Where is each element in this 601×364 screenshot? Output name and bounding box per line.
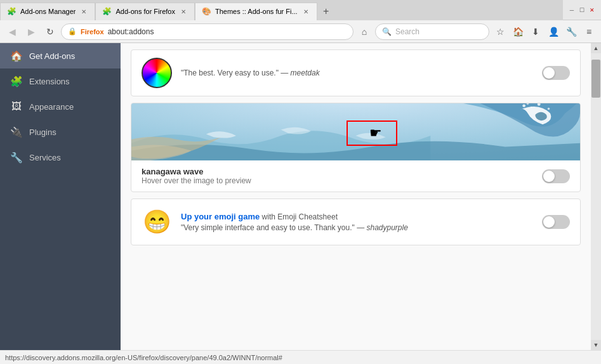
sidebar-item-plugins[interactable]: 🔌 Plugins [0, 119, 121, 145]
firefox-label: Firefox [81, 28, 104, 36]
tab-close-addons[interactable]: ✕ [79, 7, 88, 16]
emoji-toggle[interactable] [542, 215, 570, 229]
emoji-name: Up your emoji game with Emoji Cheatsheet [181, 212, 533, 221]
emoji-author: — shadypurple [357, 223, 408, 232]
sidebar-label-extensions: Extensions [29, 77, 70, 86]
sidebar-item-extensions[interactable]: 🧩 Extensions [0, 68, 121, 94]
window-controls: ─ ☐ ✕ [563, 6, 601, 14]
extensions-icon: 🧩 [10, 75, 23, 88]
colorwheel-quote: "The best. Very easy to use." [181, 68, 279, 77]
svg-point-1 [522, 104, 525, 107]
content-inner: "The best. Very easy to use." — meetdak [121, 43, 591, 258]
theme-info-row: kanagawa wave Hover over the image to pr… [131, 160, 580, 192]
sidebar-item-appearance[interactable]: 🖼 Appearance [0, 94, 121, 119]
sidebar-label-plugins: Plugins [29, 127, 56, 137]
colorwheel-author: — meetdak [281, 68, 319, 77]
home-button[interactable]: ⌂ [356, 23, 373, 40]
tab-icon-addons: 🧩 [7, 7, 17, 16]
emoji-name-main: Up your emoji game [181, 212, 260, 221]
sidebar-item-services[interactable]: 🔧 Services [0, 145, 121, 170]
new-tab-button[interactable]: + [317, 3, 335, 20]
emoji-info: Up your emoji game with Emoji Cheatsheet… [181, 212, 533, 232]
url-bar[interactable]: 🔒 Firefox about:addons [61, 23, 353, 40]
appearance-icon: 🖼 [10, 100, 23, 113]
services-icon: 🔧 [10, 151, 23, 164]
cursor-hand-icon: ☛ [369, 125, 382, 141]
sidebar: 🏠 Get Add-ons 🧩 Extensions 🖼 Appearance … [0, 43, 121, 350]
tab-close-themes[interactable]: ✕ [301, 7, 310, 16]
restore-button[interactable]: ☐ [578, 6, 586, 14]
scrollbar-thumb[interactable] [591, 60, 600, 98]
back-button[interactable]: ◀ [4, 23, 20, 40]
addon-row-emoji: 😁 Up your emoji game with Emoji Cheatshe… [131, 199, 580, 245]
sidebar-label-appearance: Appearance [29, 102, 74, 112]
kanagawa-toggle[interactable] [542, 169, 570, 183]
theme-card-kanagawa: ☛ kanagawa wave Hover over the image to … [131, 103, 581, 192]
minimize-button[interactable]: ─ [568, 6, 576, 14]
colorwheel-desc: "The best. Very easy to use." — meetdak [181, 68, 533, 77]
kanagawa-hint: Hover over the image to preview [142, 176, 533, 185]
kanagawa-info: kanagawa wave Hover over the image to pr… [142, 167, 533, 185]
tab-icon-themes: 🎨 [202, 7, 211, 16]
bookmark-icon[interactable]: ☆ [492, 23, 508, 40]
tab-bar: 🧩 Add-ons Manager ✕ 🧩 Add-ons for Firefo… [0, 0, 563, 20]
addon-card-emoji: 😁 Up your emoji game with Emoji Cheatshe… [131, 198, 581, 245]
plugins-icon: 🔌 [10, 126, 23, 138]
theme-preview-kanagawa[interactable]: ☛ [131, 103, 580, 160]
color-wheel-image [142, 58, 172, 88]
tab-icon-addons2: 🧩 [102, 7, 112, 16]
main-container: 🏠 Get Add-ons 🧩 Extensions 🖼 Appearance … [0, 43, 601, 350]
scrollbar-track: ▲ ▼ [591, 43, 601, 350]
tab-themes[interactable]: 🎨 Themes :: Add-ons fur Fi... ✕ [195, 3, 317, 20]
sidebar-label-services: Services [29, 153, 61, 162]
toolbar-icons: ☆ 🏠 ⬇ 👤 🔧 ≡ [492, 23, 597, 40]
colorwheel-info: "The best. Very easy to use." — meetdak [181, 68, 533, 77]
status-bar: https://discovery.addons.mozilla.org/en-… [0, 350, 601, 364]
profile-icon[interactable]: 👤 [545, 23, 562, 40]
lock-icon: 🔒 [68, 27, 77, 36]
forward-button[interactable]: ▶ [23, 23, 39, 40]
svg-point-3 [531, 107, 532, 108]
home-icon2[interactable]: 🏠 [510, 23, 526, 40]
sidebar-item-get-addons[interactable]: 🏠 Get Add-ons [0, 43, 121, 68]
addon-card-colorwheel: "The best. Very easy to use." — meetdak [131, 49, 581, 96]
search-bar[interactable]: 🔍 Search [375, 23, 489, 40]
scrollbar-down-button[interactable]: ▼ [591, 340, 601, 350]
tab-addons-manager[interactable]: 🧩 Add-ons Manager ✕ [0, 3, 95, 20]
sidebar-label-get-addons: Get Add-ons [29, 51, 75, 61]
url-text: about:addons [108, 27, 347, 36]
scrollbar-thumb-area [591, 53, 601, 340]
tab-addons-firefox[interactable]: 🧩 Add-ons for Firefox ✕ [95, 3, 195, 20]
emoji-icon: 😁 [142, 207, 172, 237]
tab-label-addons: Add-ons Manager [20, 8, 76, 15]
search-placeholder: Search [395, 27, 419, 36]
colorwheel-toggle[interactable] [542, 66, 570, 80]
scrollbar-up-button[interactable]: ▲ [591, 43, 601, 53]
emoji-desc: "Very simple interface and easy to use. … [181, 223, 533, 232]
colorwheel-icon [142, 58, 172, 88]
content-area: "The best. Very easy to use." — meetdak [121, 43, 591, 350]
tab-label-addons2: Add-ons for Firefox [116, 8, 175, 15]
nav-bar: ◀ ▶ ↻ 🔒 Firefox about:addons ⌂ 🔍 Search … [0, 20, 601, 43]
tab-label-themes: Themes :: Add-ons fur Fi... [215, 8, 298, 15]
download-icon[interactable]: ⬇ [527, 23, 544, 40]
menu-icon[interactable]: ≡ [581, 23, 597, 40]
title-bar: 🧩 Add-ons Manager ✕ 🧩 Add-ons for Firefo… [0, 0, 601, 20]
settings-icon[interactable]: 🔧 [563, 23, 579, 40]
emoji-quote: "Very simple interface and easy to use. … [181, 223, 355, 232]
close-button[interactable]: ✕ [588, 6, 596, 14]
addon-row-colorwheel: "The best. Very easy to use." — meetdak [131, 50, 580, 96]
emoji-name-suffix: with Emoji Cheatsheet [260, 212, 338, 221]
refresh-button[interactable]: ↻ [42, 23, 58, 40]
search-icon: 🔍 [382, 27, 392, 36]
status-url: https://discovery.addons.mozilla.org/en-… [5, 354, 282, 361]
svg-point-5 [548, 108, 550, 110]
get-addons-icon: 🏠 [10, 49, 23, 62]
tab-close-addons2[interactable]: ✕ [179, 7, 188, 16]
kanagawa-name: kanagawa wave [142, 167, 533, 176]
